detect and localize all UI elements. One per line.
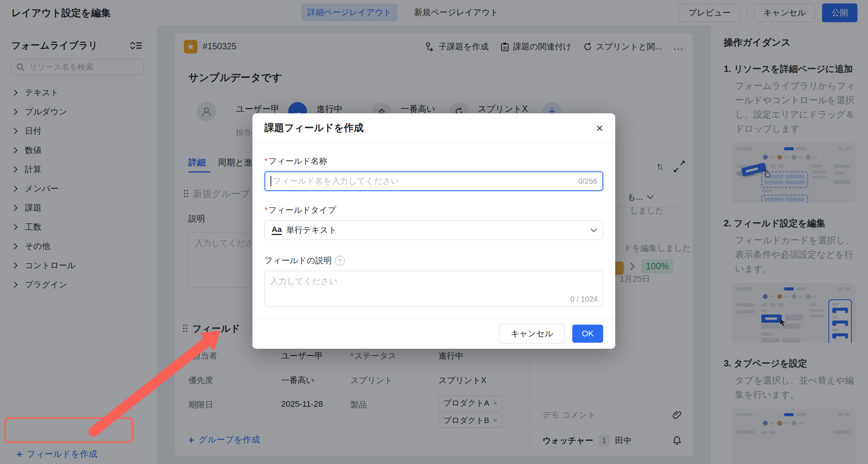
field-desc-label: フィールドの説明 ? xyxy=(264,255,603,266)
text-type-icon: Aa xyxy=(272,225,282,235)
modal-cancel-button[interactable]: キャンセル xyxy=(499,324,565,343)
annotation-highlight-box xyxy=(5,417,133,443)
help-icon[interactable]: ? xyxy=(335,256,345,266)
modal-footer: キャンセル OK xyxy=(252,318,615,349)
field-type-value: 単行テキスト xyxy=(286,224,337,236)
modal-ok-button[interactable]: OK xyxy=(572,325,603,343)
field-type-label: *フィールドタイプ xyxy=(264,205,603,216)
field-desc-counter: 0 / 1024 xyxy=(570,295,598,304)
field-desc-textarea-wrap: 0 / 1024 xyxy=(264,271,603,307)
modal-title: 課題フィールドを作成 xyxy=(264,121,364,134)
field-name-input[interactable] xyxy=(272,176,574,186)
modal-header: 課題フィールドを作成 × xyxy=(252,113,615,143)
field-name-counter: 0/256 xyxy=(578,177,597,186)
close-icon[interactable]: × xyxy=(596,122,603,134)
required-asterisk: * xyxy=(264,205,268,215)
text-caret xyxy=(270,176,271,186)
field-name-input-wrap: 0/256 xyxy=(264,171,603,191)
field-name-label: *フィールド名称 xyxy=(264,156,603,167)
field-type-select[interactable]: Aa 単行テキスト xyxy=(264,220,603,240)
required-asterisk: * xyxy=(264,156,268,166)
layout-editor-page: レイアウト設定を編集 詳細ページレイアウト 新規ページレイアウト プレビュー キ… xyxy=(0,0,868,464)
chevron-down-icon xyxy=(591,226,597,232)
field-desc-textarea[interactable] xyxy=(265,271,603,293)
create-issue-field-modal: 課題フィールドを作成 × *フィールド名称 0/256 *フィールドタイプ Aa… xyxy=(252,113,615,349)
modal-body: *フィールド名称 0/256 *フィールドタイプ Aa 単行テキスト フィールド… xyxy=(252,143,615,307)
